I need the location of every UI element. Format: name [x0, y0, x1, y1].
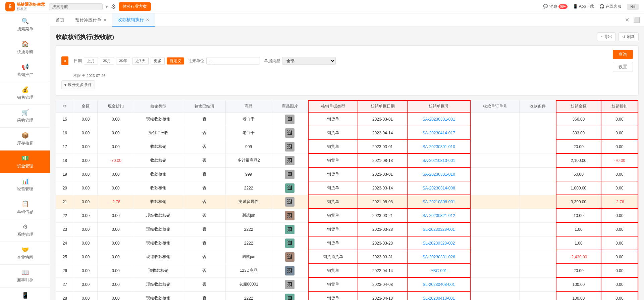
cell-7-9[interactable]: SA-20230321-012	[407, 209, 470, 222]
partner-filter: 往来单位	[188, 57, 260, 65]
bill-no-link[interactable]: SA-20230314-008	[422, 186, 455, 190]
cell-13-1: 0.00	[74, 291, 98, 300]
cell-1-9[interactable]: SA-20230414-017	[407, 126, 470, 140]
bill-no-link[interactable]: SA-20230321-012	[422, 213, 455, 218]
search-input[interactable]	[49, 3, 103, 10]
logo: 6 畅捷通谱好生意 标准版	[5, 2, 45, 11]
cell-8-9[interactable]: SL-20230328-001	[407, 222, 470, 236]
cell-0-13: 0.00	[601, 112, 638, 126]
bill-no-link[interactable]: SA-20230301-001	[422, 117, 455, 122]
main: 首页 预付冲应付单 ✕ 收款核销执行 ✕ ✕ ⬜ 收款核销执行(按收款) ↑	[50, 13, 644, 300]
cell-3-9[interactable]: SA-20210813-001	[407, 154, 470, 167]
cell-4-9[interactable]: SA-20230301-010	[407, 167, 470, 181]
cell-11-2: 0.00	[98, 264, 134, 277]
col-header-12: 核销金额	[556, 100, 601, 112]
sidebar-label-8: 基础信息	[17, 209, 33, 215]
cell-2-4: 否	[183, 140, 225, 154]
cell-3-4: 否	[183, 154, 225, 167]
bill-no-link[interactable]: SA-20230301-010	[422, 172, 455, 177]
sidebar-icon-3: 💰	[21, 86, 29, 93]
more-date-btn[interactable]: 更多	[151, 57, 165, 65]
sidebar-item-6[interactable]: 💵资金管理	[0, 151, 50, 173]
cell-10-8: 2023-03-31	[358, 250, 408, 264]
sidebar-icon-10: 🤝	[21, 246, 29, 253]
sidebar-item-12[interactable]: 📱智能硬件	[0, 288, 50, 300]
cell-12-9[interactable]: SL-20230408-001	[407, 277, 470, 291]
refresh-icon: ↺	[622, 35, 626, 39]
bill-no-link[interactable]: ABC-001	[431, 268, 447, 273]
bill-no-link[interactable]: SL-20230418-001	[423, 296, 455, 300]
cell-0-0: 15	[56, 112, 74, 126]
sidebar-item-2[interactable]: 📢营销推广	[0, 59, 50, 82]
partner-input[interactable]	[206, 57, 260, 65]
maximize-button[interactable]: ⬜	[632, 16, 641, 24]
setting-button[interactable]: 设置	[613, 62, 633, 72]
bill-no-link[interactable]: SL-20230328-001	[423, 227, 455, 232]
bill-no-link[interactable]: SA-20230301-010	[422, 144, 455, 149]
cell-10-10	[470, 250, 520, 264]
product-image: 🖼	[285, 128, 294, 138]
online-service[interactable]: 🎧 在线客服	[599, 4, 622, 9]
cell-0-9[interactable]: SA-20230301-001	[407, 112, 470, 126]
refresh-button[interactable]: ↺ 刷新	[619, 32, 639, 41]
tab-writeoff[interactable]: 收款核销执行 ✕	[112, 13, 155, 27]
bill-no-link[interactable]: SA-20210813-001	[422, 158, 455, 163]
sidebar-item-3[interactable]: 💰销售管理	[0, 82, 50, 105]
sidebar-item-10[interactable]: 🤝企业协同	[0, 242, 50, 265]
dropdown-icon[interactable]: ▾	[105, 3, 108, 10]
app-download[interactable]: 📱 App下载	[573, 4, 594, 9]
cell-11-10	[470, 264, 520, 277]
tab-home[interactable]: 首页	[50, 17, 70, 23]
this-year-btn[interactable]: 本年	[116, 57, 130, 65]
cell-9-9[interactable]: SL-20230328-002	[407, 236, 470, 250]
sidebar-item-8[interactable]: 📋基础信息	[0, 196, 50, 219]
query-button[interactable]: 查询	[613, 50, 633, 59]
tab2-close-icon[interactable]: ✕	[146, 17, 149, 22]
cell-8-5: 2222	[225, 222, 272, 236]
sidebar-item-1[interactable]: 🏠快捷导航	[0, 36, 50, 59]
sidebar-item-4[interactable]: 🛒采购管理	[0, 105, 50, 128]
col-header-2: 现金折扣	[98, 100, 134, 112]
cell-5-9[interactable]: SA-20230314-008	[407, 181, 470, 195]
this-month-btn[interactable]: 本月	[100, 57, 114, 65]
cell-4-10	[470, 167, 520, 181]
cell-5-10	[470, 181, 520, 195]
cell-7-3: 现结收款核销	[134, 209, 183, 222]
bill-no-link[interactable]: SA-20210808-001	[422, 200, 455, 204]
bill-no-link[interactable]: SL-20230328-002	[423, 241, 455, 246]
cell-13-9[interactable]: SL-20230418-001	[407, 291, 470, 300]
billtype-select[interactable]: 全部	[282, 57, 336, 65]
close-tab-button[interactable]: ✕	[624, 16, 631, 24]
cell-0-10	[470, 112, 520, 126]
cell-10-9[interactable]: SA-20230331-026	[407, 250, 470, 264]
custom-date-btn[interactable]: 自定义	[167, 57, 184, 65]
solution-button[interactable]: 体验行业方案	[119, 2, 151, 11]
cell-4-6: 🖼	[272, 167, 308, 181]
tab-prepay[interactable]: 预付冲应付单 ✕	[70, 13, 112, 27]
expand-conditions-button[interactable]: ▾ 展开更多条件	[61, 80, 95, 89]
last-month-btn[interactable]: 上月	[84, 57, 98, 65]
cell-6-9[interactable]: SA-20210808-001	[407, 195, 470, 209]
filter-toggle-button[interactable]: »	[61, 56, 68, 65]
bill-no-link[interactable]: SA-20230331-026	[422, 255, 455, 259]
cell-0-6: 🖼	[272, 112, 308, 126]
export-button[interactable]: ↑ 导出	[597, 32, 616, 41]
cell-10-12: -2,430.00	[556, 250, 601, 264]
sidebar-item-0[interactable]: 🔍搜索菜单	[0, 13, 50, 36]
sidebar-item-7[interactable]: 📊经营管理	[0, 173, 50, 196]
message-item[interactable]: 💬 消息 99+	[543, 4, 568, 9]
cell-11-9[interactable]: ABC-001	[407, 264, 470, 277]
tab1-close-icon[interactable]: ✕	[103, 18, 107, 23]
cell-2-9[interactable]: SA-20230301-010	[407, 140, 470, 154]
bill-no-link[interactable]: SL-20230408-001	[423, 282, 455, 287]
sidebar-item-9[interactable]: ⚙系统管理	[0, 219, 50, 242]
sidebar-item-11[interactable]: 📖新手引导	[0, 265, 50, 288]
sidebar-item-5[interactable]: 📦库存核算	[0, 128, 50, 151]
user-name[interactable]: Rit	[627, 4, 639, 10]
cell-12-12: 100.00	[556, 277, 601, 291]
last7days-btn[interactable]: 近7天	[132, 57, 149, 65]
settings-icon[interactable]: ⚙	[111, 3, 116, 10]
bill-no-link[interactable]: SA-20230414-017	[422, 131, 455, 135]
cell-8-4: 否	[183, 222, 225, 236]
cell-11-5: 123D商品	[225, 264, 272, 277]
